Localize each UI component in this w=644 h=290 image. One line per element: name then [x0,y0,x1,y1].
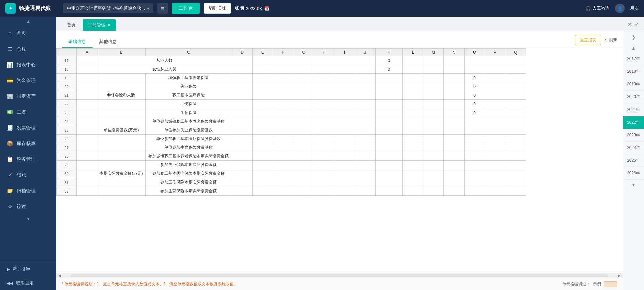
maximize-icon[interactable]: ⤢ [635,21,639,28]
cell-29-h[interactable] [314,161,334,169]
collapse-button[interactable]: ❯ [623,31,644,43]
cell-29-l[interactable] [403,161,423,169]
sidebar-item-ledger[interactable]: ☰ 总账 [0,41,56,57]
col-header-e[interactable]: E [252,49,273,56]
sidebar-item-invoice[interactable]: 🧾 发票管理 [0,120,56,136]
cell-27-i[interactable] [334,143,355,152]
cell-21-h[interactable] [314,91,334,100]
cell-31-d[interactable] [232,178,252,187]
cell-25-m[interactable] [423,126,444,135]
cell-29-m[interactable] [423,161,444,169]
cell-24-g[interactable] [293,117,314,126]
cell-28-g[interactable] [293,152,314,161]
cell-28-c[interactable]: 参加城镇职工基本养老保险本期实际缴费金额 [145,152,232,161]
cell-21-n[interactable] [444,91,464,100]
cell-24-j[interactable] [355,117,375,126]
cell-17-m[interactable] [423,56,444,65]
cell-20-h[interactable] [314,82,334,91]
cell-20-l[interactable] [403,82,423,91]
cell-22-d[interactable] [232,100,252,108]
cell-19-d[interactable] [232,74,252,82]
cell-28-l[interactable] [403,152,423,161]
cell-30-d[interactable] [232,169,252,178]
refresh-button[interactable]: ↻ 刷新 [604,37,617,43]
cell-22-k[interactable] [375,100,403,108]
cell-28-p[interactable] [485,152,505,161]
cell-26-j[interactable] [355,135,375,143]
cell-21-p[interactable] [485,91,505,100]
cell-18-d[interactable] [232,65,252,74]
cell-24-l[interactable] [403,117,423,126]
col-header-i[interactable]: I [334,49,355,56]
reset-report-button[interactable]: 重置报表 [575,35,601,45]
cell-31-p[interactable] [485,178,505,187]
cell-28-j[interactable] [355,152,375,161]
cell-25-b[interactable]: 单位缴费基数(万元) [97,126,146,135]
cell-21-g[interactable] [293,91,314,100]
cell-23-j[interactable] [355,108,375,117]
cell-24-o[interactable] [464,117,485,126]
cell-22-g[interactable] [293,100,314,108]
col-header-n[interactable]: N [444,49,464,56]
close-window-icon[interactable]: ✕ [628,21,632,28]
cell-19-e[interactable] [252,74,273,82]
col-header-p[interactable]: P [485,49,505,56]
sidebar-item-reports[interactable]: 📊 报表中心 [0,57,56,73]
cell-32-h[interactable] [314,187,334,196]
year-item-2019[interactable]: 2019年 [623,78,644,91]
year-item-2026[interactable]: 2026年 [623,167,644,180]
tab-business[interactable]: 工商管理 ✕ [83,19,116,31]
cell-29-o[interactable] [464,161,485,169]
company-selector[interactable]: 中审众环会计师事务所（特殊普通合伙... ▾ [63,3,153,13]
cell-30-n[interactable] [444,169,464,178]
cell-29-n[interactable] [444,161,464,169]
cell-27-a[interactable] [77,143,97,152]
cell-29-g[interactable] [293,161,314,169]
cell-29-k[interactable] [375,161,403,169]
cell-28-d[interactable] [232,152,252,161]
cell-20-q[interactable] [505,82,526,91]
cell-30-e[interactable] [252,169,273,178]
year-item-2020[interactable]: 2020年 [623,91,644,103]
cell-18-f[interactable] [273,65,293,74]
cell-32-e[interactable] [252,187,273,196]
cell-19-h[interactable] [314,74,334,82]
sidebar-item-assets[interactable]: 🏢 固定资产 [0,88,56,104]
year-item-2025[interactable]: 2025年 [623,154,644,167]
cell-32-c[interactable]: 参加生育保险本期实际缴费金额 [145,187,232,196]
cell-30-a[interactable] [77,169,97,178]
cell-18-b[interactable]: 女性从业人员 [97,65,232,74]
cell-22-b[interactable] [97,100,146,108]
cell-32-p[interactable] [485,187,505,196]
cell-26-g[interactable] [293,135,314,143]
sidebar-item-salary[interactable]: 💵 工资 [0,104,56,120]
cell-24-f[interactable] [273,117,293,126]
col-header-l[interactable]: L [403,49,423,56]
cell-25-n[interactable] [444,126,464,135]
cell-31-q[interactable] [505,178,526,187]
cell-18-n[interactable] [444,65,464,74]
cell-30-j[interactable] [355,169,375,178]
cell-21-i[interactable] [334,91,355,100]
cell-24-p[interactable] [485,117,505,126]
cell-27-n[interactable] [444,143,464,152]
cell-25-l[interactable] [403,126,423,135]
cell-25-o[interactable] [464,126,485,135]
cell-23-d[interactable] [232,108,252,117]
cell-23-a[interactable] [77,108,97,117]
col-header-h[interactable]: H [314,49,334,56]
cell-22-h[interactable] [314,100,334,108]
cell-32-m[interactable] [423,187,444,196]
cell-19-o[interactable]: 0 [464,74,485,82]
year-scroll-up[interactable]: ▲ [623,43,644,53]
sidebar-item-tax[interactable]: 📋 税务管理 [0,151,56,167]
sheet-scroll-area[interactable]: A B C D E F G H I J [56,48,623,273]
cell-25-q[interactable] [505,126,526,135]
cell-22-e[interactable] [252,100,273,108]
cell-28-e[interactable] [252,152,273,161]
cell-28-n[interactable] [444,152,464,161]
cell-21-b[interactable]: 参保各险种人数 [97,91,146,100]
col-header-j[interactable]: J [355,49,375,56]
cell-18-m[interactable] [423,65,444,74]
cell-32-b[interactable] [97,187,146,196]
